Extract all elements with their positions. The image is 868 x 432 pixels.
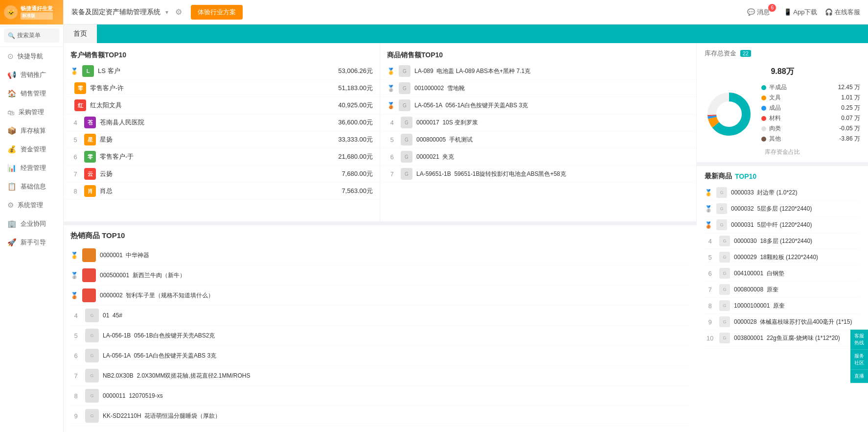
- cs-live-button[interactable]: 直播: [850, 370, 868, 383]
- table-row: 🥇 L LS 客户 53,006.26元: [64, 63, 380, 80]
- cs-community-button[interactable]: 服务社区: [850, 350, 868, 370]
- chevron-down-icon: ▾: [165, 9, 168, 16]
- sidebar-item-label: 库存核算: [21, 126, 46, 135]
- customer-ranking-table: 客户销售额TOP10 🥇 L LS 客户 53,006.26元 零 零售客户-许…: [64, 43, 380, 221]
- sales-icon: 🏠: [7, 89, 17, 98]
- left-content: 客户销售额TOP10 🥇 L LS 客户 53,006.26元 零 零售客户-许…: [64, 43, 697, 432]
- product-name: LA-056-1B 056-1B白色按键开关壳ABS2克: [103, 332, 690, 340]
- legend-value: 0.07 万: [841, 114, 860, 122]
- rank-number: 8: [70, 392, 81, 400]
- customer-name: 苍南县人民医院: [100, 118, 334, 127]
- rank-number: 7: [387, 170, 397, 178]
- list-item: 9G KK-SD22110H 花语萌恒温分腿睡袋（厚款）: [70, 406, 690, 426]
- product-thumbnail: [82, 288, 96, 302]
- logo-title: 畅捷通好生意: [21, 5, 53, 12]
- customer-name: 零售客户-许: [90, 84, 334, 93]
- list-item: 8 G 10000100001 原奎: [705, 298, 860, 314]
- legend-value: 0.25 万: [841, 104, 860, 112]
- gear-icon[interactable]: ⚙: [175, 7, 182, 17]
- rank-number: 6: [70, 352, 81, 360]
- rank-number: 4: [70, 312, 81, 319]
- search-menu-button[interactable]: 🔍 搜索菜单: [4, 28, 59, 43]
- product-name: NB2.0X30B 2.0X30MM双搓花轴,搓花直径2.1MM/ROHS: [103, 372, 690, 380]
- list-item: 🥈 G 0000032 5层多层 (1220*2440): [705, 201, 860, 217]
- customer-value: 53,006.26元: [338, 67, 373, 75]
- sidebar-item-base[interactable]: 📋 基础信息: [0, 177, 63, 196]
- sidebar-item-sales[interactable]: 🏠 销售管理: [0, 84, 63, 103]
- customer-service-button[interactable]: 🎧 在线客服: [825, 8, 860, 17]
- sidebar-item-label: 快捷导航: [18, 52, 43, 61]
- top-bar: 装备及固定资产辅助管理系统 ▾ ⚙ 体验行业方案 💬 消息 6 📱 App下载 …: [64, 0, 868, 24]
- sidebar-item-guide[interactable]: 🚀 新手引导: [0, 233, 63, 252]
- sidebar-item-quick-nav[interactable]: ⊙ 快捷导航: [0, 47, 63, 66]
- customer-value: 7,680.00元: [342, 169, 373, 178]
- list-item: 6G LA-056-1A 056-1A白色按键开关盖ABS 3克: [70, 346, 690, 366]
- list-item: 8G 0000011 12070519-xs: [70, 386, 690, 406]
- customer-rows: 🥇 L LS 客户 53,006.26元 零 零售客户-许 51,183.00元…: [64, 63, 380, 200]
- table-row: 5 G 000800005 手机测试: [380, 131, 696, 148]
- legend-dot: [761, 85, 766, 90]
- customer-name: 红太阳文具: [90, 101, 334, 110]
- list-item: 7G NB2.0X30B 2.0X30MM双搓花轴,搓花直径2.1MM/ROHS: [70, 366, 690, 386]
- product-name: 10000100001 原奎: [734, 302, 860, 310]
- product-thumbnail: G: [85, 349, 99, 362]
- list-item: 🥉 0000002 智利车子里（规格不知道填什么）: [70, 286, 690, 306]
- list-item: 7 G 000800008 原奎: [705, 282, 860, 298]
- legend-name: 其他: [769, 135, 836, 143]
- product-icon: G: [719, 252, 730, 263]
- product-name: 0000030 18多层 (1220*2440): [734, 237, 860, 245]
- rank-number: 9: [705, 318, 715, 326]
- list-item: 4 G 0000030 18多层 (1220*2440): [705, 233, 860, 249]
- product-name: 01 45#: [103, 312, 690, 319]
- finance-icon: 💰: [7, 145, 17, 154]
- sidebar-item-enterprise[interactable]: 🏢 企业协同: [0, 215, 63, 233]
- hot-products-section: 热销商品 TOP10 🥇 0000001 中华神器🥈 000500001 新西兰…: [64, 225, 697, 432]
- trial-button[interactable]: 体验行业方案: [191, 5, 243, 20]
- tab-home[interactable]: 首页: [64, 24, 97, 43]
- float-customer-service: 客服热线 服务社区 直播: [850, 330, 868, 383]
- message-button[interactable]: 💬 消息 6: [747, 8, 776, 17]
- sidebar-item-operations[interactable]: 📊 经营管理: [0, 159, 63, 177]
- sidebar-item-purchase[interactable]: 🛍 采购管理: [0, 103, 63, 121]
- product-thumbnail: G: [85, 309, 99, 322]
- table-row: 红 红太阳文具 40,925.00元: [64, 97, 380, 114]
- sidebar-item-inventory[interactable]: 📦 库存核算: [0, 121, 63, 140]
- product-icon: G: [401, 168, 412, 180]
- rank-medal: 🥇: [387, 68, 395, 75]
- rank-number: 7: [70, 372, 81, 380]
- product-icon: G: [399, 82, 411, 94]
- rank-number: 5: [70, 136, 80, 144]
- sidebar-item-marketing[interactable]: 📢 营销推广: [0, 66, 63, 84]
- table-row: 🥇 G LA-089 电池盖 LA-089 ABS本色+黑种 7.1克: [380, 63, 696, 80]
- list-item: 5G LA-056-1B 056-1B白色按键开关壳ABS2克: [70, 326, 690, 346]
- legend-item: 半成品 12.45 万: [761, 83, 860, 92]
- legend-dot: [761, 116, 766, 121]
- product-name: 0000002 智利车子里（规格不知道填什么）: [100, 291, 690, 300]
- sidebar-item-system[interactable]: ⚙ 系统管理: [0, 196, 63, 215]
- rank-number: 8: [705, 302, 715, 310]
- customer-ranking-label: 客户销售额TOP10: [70, 51, 126, 60]
- rank-number: 8: [70, 188, 80, 195]
- avatar: 苍: [84, 117, 96, 128]
- sidebar-item-label: 资金管理: [21, 145, 46, 154]
- rank-number: 5: [387, 136, 397, 144]
- product-name: 004100001 白钢垫: [734, 269, 860, 278]
- product-icon: G: [719, 333, 730, 343]
- cs-hotline-button[interactable]: 客服热线: [850, 330, 868, 350]
- sidebar-item-finance[interactable]: 💰 资金管理: [0, 140, 63, 159]
- product-name: 000500001 新西兰牛肉（新牛）: [100, 271, 690, 280]
- product-thumbnail: [82, 268, 96, 282]
- product-icon: G: [719, 300, 730, 311]
- list-item: 🥇 G 0000033 封边带 (1.0*22): [705, 185, 860, 201]
- list-item: 4G 01 45#: [70, 306, 690, 326]
- product-thumbnail: G: [85, 329, 99, 342]
- logo-icon: 🐱: [4, 5, 18, 19]
- app-download-button[interactable]: 📱 App下载: [784, 8, 817, 17]
- product-thumbnail: G: [85, 369, 99, 383]
- legend-name: 材料: [769, 114, 838, 122]
- rank-medal: 🥉: [387, 102, 395, 109]
- logo-badge: 标准版: [21, 12, 53, 20]
- legend-item: 文具 1.01 万: [761, 94, 860, 102]
- customer-value: 36,600.00元: [338, 118, 373, 127]
- sidebar-logo: 🐱 畅捷通好生意 标准版: [0, 0, 63, 24]
